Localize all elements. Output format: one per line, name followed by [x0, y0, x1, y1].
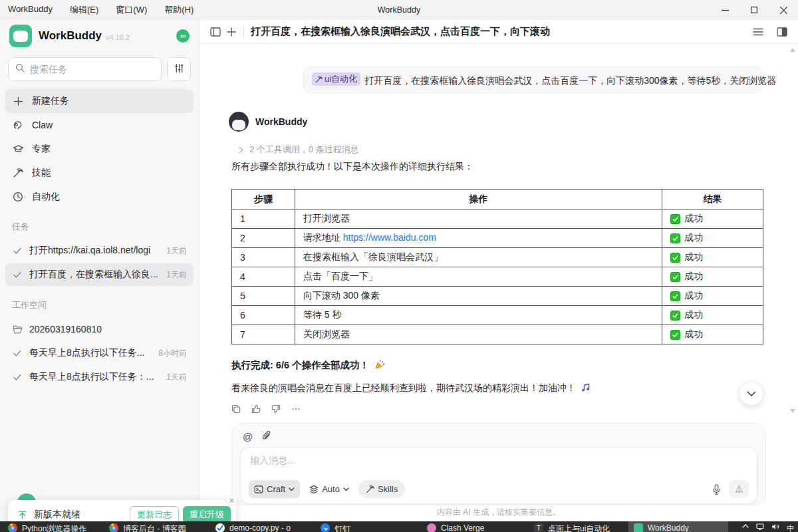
column-header-step: 步骤 — [232, 190, 295, 209]
sidebar-item-automation[interactable]: 自动化 — [5, 185, 194, 209]
app-name: WorkBuddy — [39, 29, 102, 43]
table-row: 7 关闭浏览器 成功 — [232, 325, 763, 344]
search-row — [0, 52, 199, 84]
connection-status-icon[interactable] — [176, 29, 190, 43]
workbuddy-avatar — [229, 112, 249, 132]
more-options-icon[interactable] — [291, 404, 301, 414]
user-message-text: 打开百度，在搜索框输入徐良演唱会武汉，点击百度一下，向下滚动300像素，等待5秒… — [364, 75, 776, 86]
completion-summary: 执行完成: 6/6 个操作全部成功！ — [231, 359, 385, 372]
workspace-task-item[interactable]: 每天早上8点执行以下任务：... 1天前 — [5, 366, 194, 388]
table-header-row: 步骤 操作 结果 — [232, 190, 763, 209]
task-list-item[interactable]: 打开https://kai.qa.iol8.net/logi 1天前 — [5, 239, 194, 262]
taskbar-item-demo-copy[interactable]: demo-copy.py - o — [210, 521, 296, 532]
workspace-task-item[interactable]: 每天早上8点执行以下任务... 8小时前 — [5, 342, 194, 364]
result-text: 成功 — [684, 329, 703, 340]
tray-ime-indicator[interactable]: 中 — [787, 523, 794, 532]
windows-taskbar: Python浏览器操作 博客后台 - 博客园 demo-copy.py - o … — [0, 521, 798, 532]
check-icon — [12, 372, 23, 382]
table-row: 3 在搜索框输入「徐良演唱会武汉」 成功 — [232, 248, 763, 267]
update-ready-text: 新版本就绪 — [34, 509, 80, 521]
folder-icon — [12, 325, 23, 334]
thumbs-up-icon[interactable] — [251, 404, 261, 414]
scrollbar-up-arrow[interactable] — [790, 48, 795, 52]
dismiss-update-icon[interactable] — [226, 495, 237, 506]
send-button[interactable] — [729, 480, 749, 498]
model-auto-dropdown[interactable]: Auto — [308, 480, 350, 498]
taskbar-item-blog-admin[interactable]: 博客后台 - 博客园 — [104, 521, 192, 532]
chrome-icon — [109, 523, 118, 532]
success-check-icon — [670, 233, 680, 243]
blue-check-icon — [215, 523, 225, 532]
taskbar-item-dingtalk[interactable]: 钉钉 — [315, 521, 356, 532]
taskbar-item-clash-verge[interactable]: Clash Verge — [422, 521, 489, 532]
taskbar-item-label: 桌面上与ui自动化 — [548, 523, 610, 532]
search-icon — [15, 63, 25, 75]
result-cell: 成功 — [662, 229, 763, 248]
scroll-to-bottom-button[interactable] — [739, 382, 763, 406]
craft-mode-dropdown[interactable]: Craft — [249, 480, 300, 498]
thumbs-down-icon[interactable] — [271, 404, 281, 414]
composer-controls: Craft Auto — [249, 480, 749, 498]
taskbar-item-notepad[interactable]: T 桌面上与ui自动化 — [529, 521, 615, 532]
menu-edit[interactable]: 编辑(E) — [70, 4, 98, 16]
task-search-box[interactable] — [8, 57, 162, 81]
filter-button[interactable] — [167, 57, 191, 81]
assistant-name: WorkBuddy — [255, 116, 307, 127]
microphone-icon[interactable] — [712, 484, 721, 495]
mention-icon[interactable]: @ — [243, 431, 253, 442]
tray-display-icon[interactable] — [756, 523, 764, 530]
check-icon — [12, 246, 23, 255]
search-input[interactable] — [30, 64, 143, 74]
maximize-button[interactable] — [739, 0, 769, 20]
header-divider — [243, 27, 244, 37]
menu-icon[interactable] — [750, 24, 766, 40]
sidebar-item-new-task[interactable]: 新建任务 — [5, 89, 194, 113]
result-text: 成功 — [684, 251, 703, 263]
sidebar-item-skills[interactable]: 技能 — [5, 161, 194, 185]
table-row: 2 请求地址 https://www.baidu.com 成功 — [232, 229, 763, 248]
menu-help[interactable]: 帮助(H) — [164, 4, 194, 16]
attachment-icon[interactable] — [262, 430, 271, 443]
taskbar-item-workbuddy[interactable]: WorkBuddy — [628, 521, 728, 532]
scrollbar-down-arrow[interactable] — [790, 409, 795, 413]
menu-workbuddy[interactable]: WorkBuddy — [8, 4, 53, 16]
new-chat-icon[interactable] — [223, 24, 239, 40]
tray-expand-icon[interactable] — [742, 523, 749, 529]
closing-remark: 看来徐良的演唱会消息在百度上已经顺利查到啦，期待武汉场的精彩演出！加油冲！ — [231, 382, 591, 394]
sidebar-item-claw[interactable]: Claw — [5, 113, 194, 137]
result-text: 成功 — [684, 271, 703, 283]
close-button[interactable] — [769, 0, 798, 20]
skills-button[interactable]: Skills — [358, 480, 405, 498]
step-cell: 2 — [232, 229, 295, 248]
task-list-item-selected[interactable]: 打开百度，在搜索框输入徐良... 1天前 — [5, 263, 194, 286]
composer-input-box[interactable]: Craft Auto — [240, 447, 757, 504]
step-cell: 5 — [232, 287, 295, 306]
task-label: 打开https://kai.qa.iol8.net/logi — [29, 245, 160, 257]
check-icon — [12, 348, 23, 358]
message-input[interactable] — [250, 455, 747, 466]
split-panel-icon[interactable] — [774, 24, 790, 40]
result-cell: 成功 — [662, 267, 763, 287]
step-cell: 7 — [232, 325, 295, 344]
workbuddy-logo-icon — [9, 25, 32, 47]
taskbar-item-label: 钉钉 — [334, 523, 350, 532]
baidu-link[interactable]: https://www.baidu.com — [343, 232, 436, 243]
menu-window[interactable]: 窗口(W) — [116, 4, 147, 16]
workspace-folder-item[interactable]: 20260319160810 — [5, 318, 194, 340]
tray-volume-icon[interactable] — [771, 523, 779, 530]
closing-remark-text: 看来徐良的演唱会消息在百度上已经顺利查到啦，期待武汉场的精彩演出！加油冲！ — [231, 382, 576, 394]
result-cell: 成功 — [662, 287, 763, 306]
taskbar-item-python-browser[interactable]: Python浏览器操作 — [3, 521, 92, 532]
action-cell: 点击「百度一下」 — [295, 267, 662, 287]
workspace-section-header: 工作空间 — [0, 287, 199, 317]
sidebar-item-experts[interactable]: 专家 — [5, 137, 194, 161]
taskbar-item-label: 博客后台 - 博客园 — [123, 523, 186, 532]
minimize-button[interactable] — [710, 0, 739, 20]
main-area: 打开百度，在搜索框输入徐良演唱会武汉，点击百度一下，向下滚动 ui自动化 — [200, 20, 798, 532]
collapse-sidebar-icon[interactable] — [207, 24, 223, 40]
table-row: 4 点击「百度一下」 成功 — [232, 267, 763, 287]
action-cell: 等待 5 秒 — [295, 306, 662, 325]
tool-call-summary[interactable]: 2 个工具调用，0 条过程消息 — [238, 144, 359, 156]
task-label: 打开百度，在搜索框输入徐良... — [29, 269, 160, 281]
copy-icon[interactable] — [231, 404, 241, 414]
